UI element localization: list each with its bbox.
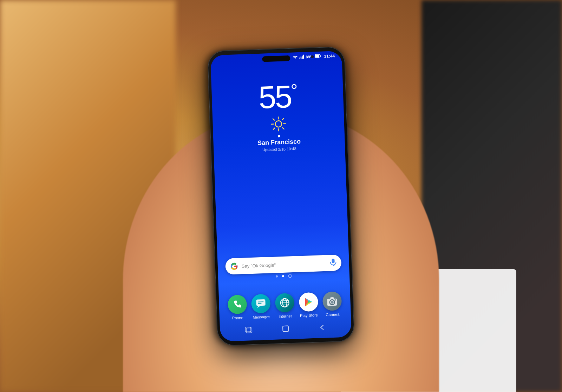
svg-rect-3 <box>302 55 303 59</box>
svg-rect-1 <box>300 57 301 59</box>
phone-icon <box>228 294 247 314</box>
nav-dots <box>276 274 292 278</box>
search-bar[interactable]: Say "Ok Google" <box>225 254 341 274</box>
svg-marker-21 <box>257 306 261 308</box>
svg-line-28 <box>281 305 288 305</box>
svg-rect-6 <box>315 54 319 57</box>
front-camera <box>311 55 314 58</box>
svg-point-0 <box>295 58 295 59</box>
nav-dot-1 <box>276 275 278 277</box>
temperature-display: 55° <box>231 79 324 114</box>
nav-bar <box>220 319 352 339</box>
playstore-label: Play Store <box>300 313 318 318</box>
wifi-icon <box>292 54 298 60</box>
top-sensor <box>262 55 290 62</box>
app-camera[interactable]: Camera <box>322 291 342 317</box>
battery-icon <box>315 54 321 59</box>
internet-icon <box>275 293 295 312</box>
svg-line-13 <box>273 119 274 120</box>
search-hint: Say "Ok Google" <box>242 260 330 268</box>
app-phone[interactable]: Phone <box>228 294 247 320</box>
messages-label: Messages <box>253 314 270 319</box>
camera-icon <box>322 291 342 311</box>
camera-label: Camera <box>326 312 340 317</box>
phone-body: 89% 11:44 55° <box>207 46 354 346</box>
internet-label: Internet <box>279 314 292 318</box>
svg-point-8 <box>275 120 282 127</box>
location-dot <box>278 135 280 137</box>
phone-screen[interactable]: 89% 11:44 55° <box>210 51 352 341</box>
degree-symbol: ° <box>290 80 297 100</box>
svg-rect-40 <box>283 326 289 332</box>
app-messages[interactable]: Messages <box>251 294 271 319</box>
svg-rect-20 <box>256 299 266 306</box>
svg-rect-4 <box>303 54 304 59</box>
svg-rect-36 <box>330 297 334 299</box>
sun-icon <box>270 115 287 133</box>
svg-line-14 <box>282 127 284 129</box>
phone-label: Phone <box>232 315 243 320</box>
svg-rect-2 <box>301 57 302 59</box>
phone: 89% 11:44 55° <box>207 46 354 346</box>
google-logo <box>230 262 238 270</box>
app-playstore[interactable]: Play Store <box>299 292 318 318</box>
svg-rect-7 <box>320 55 321 57</box>
svg-line-16 <box>273 128 275 129</box>
app-internet[interactable]: Internet <box>275 293 295 318</box>
svg-line-27 <box>281 300 288 301</box>
signal-icon <box>299 54 304 59</box>
weather-widget: 55° San Francisco Updated 2/16 <box>231 79 325 153</box>
status-time: 11:44 <box>324 53 335 59</box>
messages-icon <box>251 294 271 313</box>
svg-rect-17 <box>332 258 334 263</box>
app-dock: Phone Messages <box>219 291 351 320</box>
recent-apps-button[interactable] <box>242 323 255 336</box>
back-button[interactable] <box>316 321 329 334</box>
home-button[interactable] <box>279 322 292 335</box>
nav-home-dot <box>288 274 292 278</box>
svg-line-15 <box>282 118 283 120</box>
svg-line-26 <box>281 303 289 303</box>
nav-dot-active <box>282 275 284 277</box>
mic-icon[interactable] <box>330 258 336 268</box>
playstore-icon <box>299 292 318 312</box>
